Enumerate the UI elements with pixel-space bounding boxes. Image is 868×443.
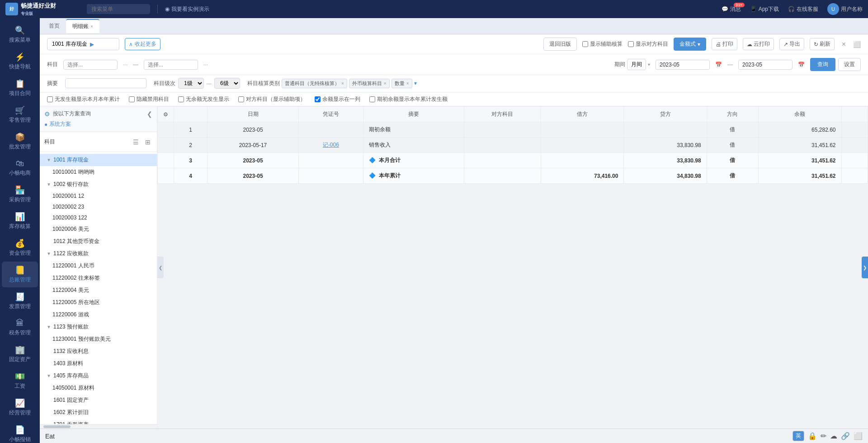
tree-item-1701[interactable]: 1701 无形资产 — [40, 419, 157, 424]
sidebar-item-assets[interactable]: 🏢 固定资产 — [2, 341, 38, 367]
sidebar-item-ecommerce[interactable]: 🛍 小畅电商 — [2, 155, 38, 181]
export-btn[interactable]: ↗ 导出 — [779, 38, 804, 50]
sidebar-item-project[interactable]: 📋 项目合同 — [2, 75, 38, 101]
tree-item-10020001[interactable]: 10020001 12 — [40, 191, 157, 201]
cb-opening-balance-label[interactable]: 期初余额显示本年累计发生额 — [369, 95, 448, 103]
print-btn[interactable]: 🖨 打印 — [712, 38, 737, 50]
tree-item-10010001[interactable]: 10010001 哟哟哟 — [40, 166, 157, 178]
cb-opening-balance[interactable] — [369, 96, 375, 102]
period-end-input[interactable] — [738, 60, 793, 70]
lock-icon[interactable]: 🔒 — [808, 432, 817, 440]
tree-item-11220002[interactable]: 11220002 往来标签 — [40, 272, 157, 284]
settings-btn[interactable]: 设置 — [838, 58, 861, 71]
link-icon[interactable]: 🔗 — [841, 432, 850, 440]
tree-item-11220006[interactable]: 11220006 游戏 — [40, 309, 157, 321]
cb-hide-disabled[interactable] — [129, 96, 135, 102]
list-view-btn[interactable]: ☰ — [131, 138, 141, 147]
more-btn[interactable]: ∧ 收起更多 — [125, 38, 160, 50]
period-start-input[interactable] — [656, 60, 710, 70]
query-btn[interactable]: 查询 — [810, 58, 835, 71]
app-download-btn[interactable]: 📱 App下载 — [750, 5, 779, 13]
demo-btn[interactable]: ◉ 我要看实例演示 — [165, 5, 209, 13]
tab-ledger-detail[interactable]: 明细账 × — [66, 19, 99, 33]
category-expand-icon[interactable]: ▾ — [414, 80, 417, 86]
tab-home[interactable]: 首页 — [44, 19, 64, 33]
tab-close-btn[interactable]: × — [90, 24, 93, 29]
maximize-btn[interactable]: ⬜ — [853, 41, 861, 48]
sidebar-item-salary[interactable]: 💵 工资 — [2, 368, 38, 394]
cb-no-debit-label[interactable]: 无发生额显示本月本年累计 — [47, 95, 120, 103]
cal-icon-end[interactable]: 📅 — [798, 62, 805, 68]
sidebar-item-invoice[interactable]: 🧾 发票管理 — [2, 288, 38, 314]
sidebar-item-wholesale[interactable]: 📦 批发管理 — [2, 129, 38, 154]
tree-item-1002[interactable]: ▼ 1002 银行存款 — [40, 178, 157, 191]
lang-btn[interactable]: 英 — [793, 431, 804, 441]
tree-item-1132[interactable]: 1132 应收利息 — [40, 345, 157, 357]
currency-format-btn[interactable]: 金额式 ▾ — [674, 38, 706, 51]
subject-input-start[interactable] — [63, 60, 118, 70]
col-gear[interactable]: ⚙ — [158, 107, 174, 122]
close-btn[interactable]: × — [840, 40, 848, 48]
tree-item-11220004[interactable]: 11220004 美元 — [40, 284, 157, 296]
cal-icon-start[interactable]: 📅 — [715, 62, 722, 68]
tag-remove-0[interactable]: × — [341, 81, 344, 86]
tree-item-1001[interactable]: ▼ 1001 库存现金 — [40, 154, 157, 166]
system-scheme-btn[interactable]: ● 系统方案 — [44, 120, 152, 128]
refresh-btn[interactable]: ↻ 刷新 — [810, 38, 835, 50]
tree-item-10020003[interactable]: 10020003 122 — [40, 212, 157, 223]
cb-opposite[interactable] — [238, 96, 244, 102]
cloud-icon[interactable]: ☁ — [830, 432, 837, 440]
cb-balance-one-col-label[interactable]: 余额显示在一列 — [315, 95, 360, 103]
sidebar-item-quick-nav[interactable]: ⚡ 快捷导航 — [2, 48, 38, 74]
tree-item-1012[interactable]: 1012 其他货币资金 — [40, 235, 157, 248]
message-btn[interactable]: 💬 消息 99+ — [722, 5, 741, 13]
tree-item-11230001[interactable]: 11230001 预付账款美元 — [40, 333, 157, 345]
tag-remove-1[interactable]: × — [384, 81, 387, 86]
online-service-btn[interactable]: 🎧 在线客服 — [788, 5, 818, 13]
tree-item-1122[interactable]: ▼ 1122 应收账款 — [40, 248, 157, 260]
show-assist-cb-label[interactable]: 显示辅助核算 — [582, 40, 623, 48]
collapse-panel-btn[interactable]: ❮ — [157, 257, 164, 278]
return-old-btn[interactable]: 退回旧版 — [543, 38, 577, 51]
show-opposite-cb-label[interactable]: 显示对方科目 — [628, 40, 668, 48]
voucher-link[interactable]: 记-006 — [323, 142, 339, 148]
edit-icon[interactable]: ✏ — [821, 432, 826, 440]
tree-item-1405[interactable]: ▼ 1405 库存商品 — [40, 370, 157, 382]
h-scrollbar[interactable] — [40, 424, 157, 429]
tree-item-14050001[interactable]: 14050001 原材料 — [40, 382, 157, 394]
tree-item-1123[interactable]: ▼ 1123 预付账款 — [40, 321, 157, 333]
sidebar-item-search[interactable]: 🔍 搜索菜单 — [2, 22, 38, 48]
user-area[interactable]: U 用户名称 — [827, 3, 863, 15]
tree-item-11220005[interactable]: 11220005 所在地区 — [40, 296, 157, 309]
cloud-print-btn[interactable]: ☁ 云打印 — [743, 38, 774, 50]
subject-input-end[interactable] — [144, 60, 198, 70]
expand-all-btn[interactable]: ⊞ — [143, 138, 152, 147]
show-opposite-checkbox[interactable] — [628, 41, 634, 47]
tree-item-1601[interactable]: 1601 固定资产 — [40, 394, 157, 406]
tree-item-10020006[interactable]: 10020006 美元 — [40, 223, 157, 235]
sidebar-item-report[interactable]: 📄 小畅报销 — [2, 421, 38, 443]
cb-no-balance[interactable] — [178, 96, 184, 102]
search-input[interactable] — [87, 4, 150, 14]
sidebar-item-inventory[interactable]: 📊 库存核算 — [2, 208, 38, 234]
sidebar-item-operation[interactable]: 📈 经营管理 — [2, 395, 38, 420]
fullscreen-icon[interactable]: ⬜ — [854, 432, 863, 440]
show-assist-checkbox[interactable] — [582, 41, 588, 47]
level-start-select[interactable]: 1级2级3级 — [178, 78, 204, 89]
tag-remove-2[interactable]: × — [406, 81, 409, 86]
sidebar-item-ledger[interactable]: 📒 总账管理 — [2, 262, 38, 287]
summary-input[interactable] — [65, 78, 146, 88]
tree-item-1602[interactable]: 1602 累计折旧 — [40, 406, 157, 419]
cb-no-debit[interactable] — [47, 96, 53, 102]
cb-balance-one-col[interactable] — [315, 96, 321, 102]
level-end-select[interactable]: 6级3级4级5级 — [214, 78, 240, 89]
tree-item-10020002[interactable]: 10020002 23 — [40, 201, 157, 212]
tree-item-1403[interactable]: 1403 原材料 — [40, 357, 157, 370]
sidebar-item-purchase[interactable]: 🏪 采购管理 — [2, 181, 38, 207]
cb-opposite-label[interactable]: 对方科目（显示辅助项） — [238, 95, 306, 103]
period-type-dropdown[interactable]: 月间 — [627, 59, 646, 70]
sidebar-item-capital[interactable]: 💰 资金管理 — [2, 235, 38, 261]
sidebar-item-retail[interactable]: 🛒 零售管理 — [2, 102, 38, 128]
tree-item-11220001[interactable]: 11220001 人民币 — [40, 260, 157, 272]
collapse-left-icon[interactable]: ❮ — [147, 110, 152, 118]
